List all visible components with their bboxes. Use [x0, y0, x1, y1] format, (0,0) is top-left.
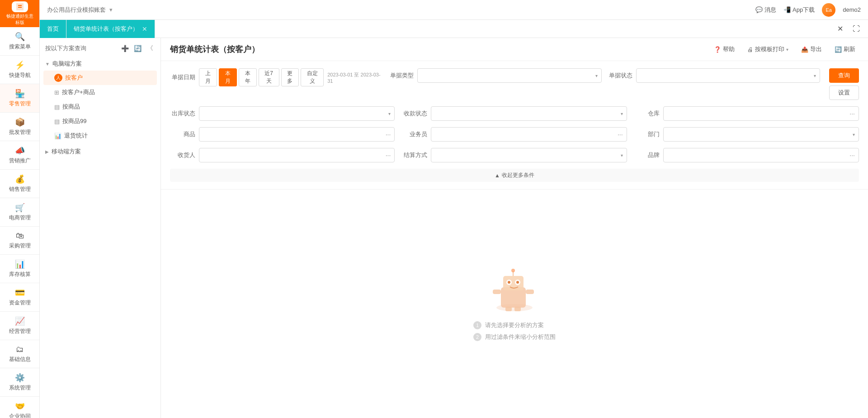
brand-dots[interactable]: ··· — [849, 152, 855, 159]
sidebar-item-operation[interactable]: 📈 经营管理 — [0, 312, 39, 340]
collapse-label: 收起更多条件 — [502, 171, 534, 179]
date-range-text: 2023-03-01 至 2023-03-31 — [327, 71, 383, 84]
system-icon: ⚙️ — [15, 373, 25, 383]
shortcuts-icon: ⚡ — [15, 60, 25, 70]
date-last-month-btn[interactable]: 上月 — [199, 68, 217, 86]
ecommerce-icon: 🛒 — [15, 203, 25, 213]
scheme-item-by-customer-goods[interactable]: ⊞ 按客户+商品 — [43, 85, 157, 100]
order-type-select[interactable]: ▾ — [417, 68, 601, 83]
export-button[interactable]: 📤 导出 — [797, 43, 826, 55]
desktop-scheme-group[interactable]: ▼ 电脑端方案 — [43, 57, 157, 71]
page-toolbar: ❓ 帮助 🖨 按模板打印 ▾ 📤 导出 🔄 刷新 — [710, 43, 859, 55]
tab-expand-button[interactable]: ⛶ — [850, 23, 863, 35]
date-last-7days-btn[interactable]: 近7天 — [259, 68, 279, 86]
empty-state: 1 请先选择要分析的方案 2 用过滤条件来缩小分析范围 — [161, 190, 868, 418]
refresh-button[interactable]: 🔄 刷新 — [831, 43, 859, 55]
settlement-label: 结算方式 — [402, 151, 427, 159]
warehouse-dots[interactable]: ··· — [849, 110, 855, 117]
left-panel-title: 按以下方案查询 — [45, 44, 86, 52]
order-status-arrow: ▾ — [814, 73, 816, 78]
filter-action-buttons: 查询 设置 — [829, 68, 859, 100]
sidebar-item-sales[interactable]: 💰 销售管理 — [0, 170, 39, 198]
out-status-select[interactable]: ▾ — [199, 106, 395, 121]
sidebar-item-marketing[interactable]: 📣 营销推广 — [0, 141, 39, 170]
receiver-select[interactable]: ··· — [199, 148, 395, 162]
date-more-btn[interactable]: 更多 — [281, 68, 299, 86]
order-status-select[interactable]: ▾ — [636, 68, 820, 83]
receiver-dots[interactable]: ··· — [386, 152, 391, 159]
salesperson-dots[interactable]: ··· — [618, 131, 623, 138]
scheme-goods-icon: ▤ — [54, 104, 60, 110]
export-label: 导出 — [810, 45, 822, 53]
sidebar-item-marketing-label: 营销推广 — [9, 157, 31, 165]
scheme-item-return-stat[interactable]: 📊 退货统计 — [43, 128, 157, 143]
refresh-scheme-button[interactable]: 🔄 — [132, 43, 142, 53]
receiver-label: 收货人 — [170, 151, 195, 159]
app-download-icon: 📲 — [783, 6, 791, 13]
collapse-panel-button[interactable]: 《 — [145, 43, 155, 53]
scheme-return-icon: 📊 — [54, 133, 61, 139]
query-button[interactable]: 查询 — [829, 68, 859, 83]
receipt-status-label: 收款状态 — [402, 109, 427, 118]
tab-close-icon[interactable]: ✕ — [142, 25, 147, 33]
settings-button[interactable]: 设置 — [829, 86, 859, 100]
page-content: 按以下方案查询 ➕ 🔄 《 ▼ 电脑端方案 人 按客户 ⊞ — [40, 38, 868, 418]
collapse-button[interactable]: ▲ 收起更多条件 — [170, 169, 859, 182]
goods-dots[interactable]: ··· — [386, 131, 391, 138]
sidebar-item-search[interactable]: 🔍 搜索菜单 — [0, 27, 39, 56]
sidebar-item-finance[interactable]: 💳 资金管理 — [0, 283, 39, 312]
svg-rect-8 — [526, 290, 534, 294]
warehouse-select[interactable]: ··· — [663, 106, 859, 121]
department-select[interactable]: ▾ — [663, 127, 859, 142]
tab-minimize-button[interactable]: ✕ — [834, 23, 846, 35]
goods-select[interactable]: ··· — [199, 127, 395, 142]
date-custom-btn[interactable]: 自定义 — [301, 68, 324, 86]
scheme-item-by-customer[interactable]: 人 按客户 — [43, 71, 157, 85]
sidebar-item-wholesale[interactable]: 📦 批发管理 — [0, 113, 39, 141]
department-arrow: ▾ — [853, 132, 855, 137]
avatar[interactable]: Ea — [822, 3, 835, 17]
sidebar-item-basic[interactable]: 🗂 基础信息 — [0, 340, 39, 368]
filter-row-3: 商品 ··· 业务员 ··· 部门 — [170, 127, 859, 142]
sidebar-item-shortcuts[interactable]: ⚡ 快捷导航 — [0, 56, 39, 84]
tab-sales-stat[interactable]: 销货单统计表（按客户） ✕ — [66, 20, 155, 38]
empty-tip-2: 2 用过滤条件来缩小分析范围 — [473, 333, 556, 341]
chevron-right-icon: ▶ — [45, 149, 49, 154]
date-this-year-btn[interactable]: 本年 — [239, 68, 257, 86]
sidebar-item-search-label: 搜索菜单 — [9, 43, 31, 51]
scheme-item-by-goods[interactable]: ▤ 按商品 — [43, 100, 157, 114]
salesperson-select[interactable]: ··· — [431, 127, 627, 142]
logo-icon — [12, 1, 28, 12]
settlement-arrow: ▾ — [621, 153, 623, 158]
message-label: 消息 — [764, 6, 776, 14]
sidebar-item-enterprise[interactable]: 🤝 企业协同 — [0, 397, 39, 418]
settlement-select[interactable]: ▾ — [431, 148, 627, 162]
tip-num-2: 2 — [473, 333, 481, 341]
avatar-text: Ea — [826, 7, 832, 13]
sidebar-item-inventory[interactable]: 📊 库存核算 — [0, 255, 39, 283]
order-status-label: 单据状态 — [607, 71, 632, 80]
sidebar-item-ecommerce[interactable]: 🛒 电商管理 — [0, 198, 39, 227]
date-this-month-btn[interactable]: 本月 — [219, 68, 237, 86]
out-status-filter: 出库状态 ▾ — [170, 106, 395, 121]
brand-filter: 品牌 ··· — [634, 148, 859, 162]
message-button[interactable]: 💬 消息 — [755, 6, 776, 14]
scheme-item-by-goods99[interactable]: ▤ 按商品99 — [43, 114, 157, 128]
add-scheme-button[interactable]: ➕ — [120, 43, 130, 53]
template-print-button[interactable]: 🖨 按模板打印 ▾ — [744, 43, 792, 55]
receiver-filter: 收货人 ··· — [170, 148, 395, 162]
help-button[interactable]: ❓ 帮助 — [710, 43, 738, 55]
tab-home[interactable]: 首页 — [40, 20, 66, 38]
sidebar-item-retail[interactable]: 🏪 零售管理 — [0, 84, 39, 113]
scheme-item-by-goods-label: 按商品 — [62, 103, 80, 111]
sidebar-item-purchase[interactable]: 🛍 采购管理 — [0, 227, 39, 255]
app-download-button[interactable]: 📲 App下载 — [783, 6, 815, 14]
receipt-status-select[interactable]: ▾ — [431, 106, 627, 121]
mobile-scheme-group[interactable]: ▶ 移动端方案 — [43, 145, 157, 158]
scheme-customer-goods-icon: ⊞ — [54, 89, 59, 96]
breadcrumb-dropdown-icon[interactable]: ▾ — [109, 6, 113, 13]
brand-select[interactable]: ··· — [663, 148, 859, 162]
purchase-icon: 🛍 — [16, 231, 24, 241]
sidebar-item-system[interactable]: ⚙️ 系统管理 — [0, 368, 39, 397]
date-quick-buttons: 上月 本月 本年 近7天 更多 自定义 — [199, 68, 324, 86]
